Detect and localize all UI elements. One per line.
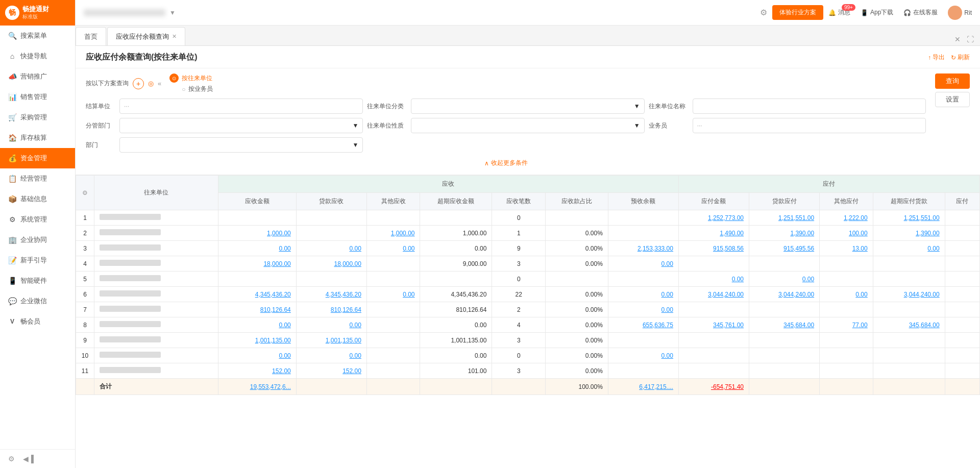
- partner-category-select[interactable]: ▼: [411, 98, 644, 114]
- sidebar-item-enterprise[interactable]: 🏢 企业协同: [0, 230, 75, 250]
- refresh-link[interactable]: ↻ 刷新: [951, 53, 970, 62]
- total-recv-prepaid[interactable]: 6,417,215....: [608, 379, 678, 395]
- purchase-icon: 🛒: [8, 113, 16, 121]
- settings-button[interactable]: 设置: [935, 92, 970, 107]
- sidebar-item-inventory[interactable]: 🏠 库存核算: [0, 128, 75, 148]
- export-link[interactable]: ↑ 导出: [928, 53, 945, 62]
- notification-bell[interactable]: 🔔 消息 99+: [828, 8, 850, 17]
- total-label: 合计: [94, 379, 218, 395]
- th-recv-other: 其他应收: [366, 193, 420, 210]
- sidebar-item-basic-info[interactable]: 📦 基础信息: [0, 189, 75, 209]
- tab-expand-icon[interactable]: ⛶: [965, 33, 976, 45]
- sidebar-item-wechat[interactable]: 💬 企业微信: [0, 291, 75, 311]
- tabs-bar: 首页 应收应付余额查询 ✕ ✕ ⛶: [76, 26, 980, 46]
- page-header: 应收应付余额查询(按往来单位) ↑ 导出 ↻ 刷新: [76, 46, 980, 68]
- user-name: Rit: [964, 9, 972, 16]
- filter-dept: 分管部门 ▼: [86, 118, 363, 133]
- th-recv-prepaid: 预收余额: [608, 193, 678, 210]
- filter-by-employee[interactable]: ○ 按业务员: [182, 85, 213, 93]
- th-pay-overdue: 超期应付货款: [873, 193, 945, 210]
- table-row: 100.000.000.0000.00%0.00: [76, 348, 980, 363]
- basic-info-icon: 📦: [8, 195, 16, 203]
- sidebar-bottom: ⚙ ◀▐: [0, 449, 75, 468]
- filter-bar: 按以下方案查询 + ◎ « ⊙ 按往来单位 ○ 按业务员: [86, 73, 926, 93]
- bell-icon: 🔔: [828, 9, 836, 16]
- chevron-down-icon4: ▼: [352, 141, 358, 149]
- tab-receivable[interactable]: 应收应付余额查询 ✕: [107, 27, 185, 45]
- table-row: 21,000.001,000.001,000.0010.00%1,490.001…: [76, 226, 980, 241]
- filter-partner-icon: ⊙: [169, 73, 179, 83]
- sidebar-item-search[interactable]: 🔍 搜索菜单: [0, 26, 75, 46]
- logo: 畅 畅捷通财 标准版: [0, 0, 75, 26]
- partner-nature-label: 往来单位性质: [367, 121, 408, 130]
- online-service-link[interactable]: 🎧 在线客服: [903, 8, 938, 17]
- partner-name-input[interactable]: [693, 98, 926, 114]
- sidebar-item-member[interactable]: V 畅会员: [0, 311, 75, 332]
- total-no: [76, 379, 94, 395]
- sales-icon: 📊: [8, 93, 16, 101]
- total-recv-amount[interactable]: 19,553,472,6...: [218, 379, 296, 395]
- filter-area: 按以下方案查询 + ◎ « ⊙ 按往来单位 ○ 按业务员: [76, 68, 980, 175]
- total-pay-amount[interactable]: -654,751.40: [678, 379, 749, 395]
- sidebar-item-operations[interactable]: 📋 经营管理: [0, 168, 75, 189]
- sidebar-item-finance[interactable]: 💰 资金管理: [0, 148, 75, 168]
- tab-close-all-icon[interactable]: ✕: [952, 33, 963, 45]
- inventory-icon: 🏠: [8, 134, 16, 142]
- partner-name-cell: [94, 210, 218, 226]
- user-avatar: [948, 6, 962, 20]
- table-settings-icon[interactable]: ⚙: [82, 189, 88, 196]
- collapse-sidebar-icon[interactable]: ◀▐: [23, 455, 34, 463]
- filter-department: 部门 ▼: [86, 137, 363, 153]
- dropdown-icon[interactable]: ▼: [169, 9, 176, 16]
- home-icon: ⌂: [8, 52, 16, 60]
- dept-select[interactable]: ▼: [119, 118, 363, 133]
- tab-close-icon[interactable]: ✕: [172, 33, 177, 40]
- filter-collapse-icon[interactable]: «: [158, 80, 161, 87]
- user-avatar-area[interactable]: Rit: [948, 6, 972, 20]
- table-row: 7810,126.64810,126.64810,126.6420.00%0.0…: [76, 302, 980, 317]
- filter-by-partner[interactable]: ⊙ 按往来单位: [169, 73, 213, 83]
- header-gear-icon[interactable]: ⚙: [760, 8, 767, 17]
- sidebar-item-system[interactable]: ⚙ 系统管理: [0, 209, 75, 230]
- app-icon: 📱: [861, 9, 868, 16]
- collapse-filter-button[interactable]: ∧ 收起更多条件: [484, 159, 528, 167]
- operations-icon: 📋: [8, 175, 16, 183]
- sidebar-item-quick-nav[interactable]: ⌂ 快捷导航: [0, 46, 75, 66]
- promo-button[interactable]: 体验行业方案: [772, 5, 823, 20]
- settlement-input[interactable]: ···: [119, 98, 363, 114]
- marketing-icon: 📣: [8, 72, 16, 81]
- partner-nature-select[interactable]: ▼: [411, 118, 644, 133]
- filter-settlement-unit: 结算单位 ···: [86, 98, 363, 114]
- page-title: 应收应付余额查询(按往来单位): [86, 52, 198, 63]
- query-button[interactable]: 查询: [935, 73, 970, 89]
- salesperson-input[interactable]: ···: [693, 118, 926, 133]
- top-header: ▼ ⚙ 体验行业方案 🔔 消息 99+ 📱 App下载 🎧 在线客服 Rit: [76, 0, 980, 26]
- sidebar-item-smart-hw[interactable]: 📱 智能硬件: [0, 270, 75, 291]
- department-select[interactable]: ▼: [119, 137, 363, 153]
- th-recv-loan: 贷款应收: [296, 193, 366, 210]
- sidebar-item-marketing[interactable]: 📣 营销推广: [0, 66, 75, 87]
- partner-name-cell: [94, 272, 218, 287]
- filter-label: 按以下方案查询: [86, 79, 129, 88]
- export-icon: ↑: [928, 54, 931, 61]
- filter-target-icon[interactable]: ◎: [148, 80, 154, 87]
- th-recv-ratio: 应收款占比: [546, 193, 608, 210]
- settings-bottom-icon[interactable]: ⚙: [8, 455, 15, 463]
- app-download-link[interactable]: 📱 App下载: [861, 8, 893, 17]
- finance-icon: 💰: [8, 154, 16, 162]
- th-receivable-group: 应收: [218, 176, 678, 193]
- page-content: 应收应付余额查询(按往来单位) ↑ 导出 ↻ 刷新 按以: [76, 46, 980, 468]
- th-settings[interactable]: ⚙: [76, 176, 94, 210]
- table-row: 11152.00152.00101.0030.00%: [76, 363, 980, 379]
- sidebar-item-guide[interactable]: 📝 新手引导: [0, 250, 75, 270]
- th-pay-loan: 贷款应付: [749, 193, 820, 210]
- filter-add-button[interactable]: +: [133, 78, 144, 89]
- page-header-actions: ↑ 导出 ↻ 刷新: [928, 53, 970, 62]
- th-partner: 往来单位: [94, 176, 218, 210]
- partner-name-cell: [94, 256, 218, 272]
- sidebar-item-purchase[interactable]: 🛒 采购管理: [0, 107, 75, 128]
- filter-employee-icon: ○: [182, 86, 185, 93]
- tab-home[interactable]: 首页: [76, 27, 106, 45]
- sidebar-item-sales[interactable]: 📊 销售管理: [0, 87, 75, 107]
- total-recv-ratio: 100.00%: [546, 379, 608, 395]
